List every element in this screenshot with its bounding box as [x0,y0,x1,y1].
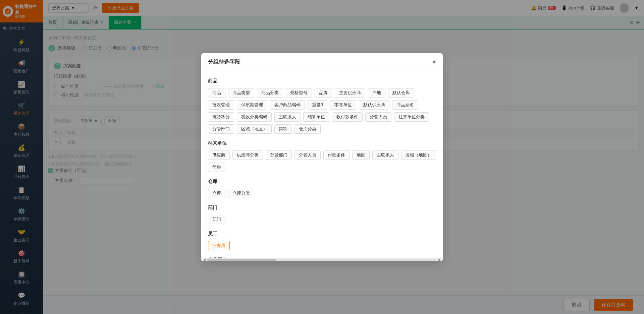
section-title-staff: 员工 [208,231,436,237]
field-chip-default-warehouse[interactable]: 默认仓库 [388,88,414,98]
field-chip-payment-terms[interactable]: 收付款条件 [332,112,363,122]
field-section-partner: 往来单位 供应商 供应商分类 分管部门 分管人员 付款条件 地区 主联系人 区域… [208,140,436,172]
modal-header: 分组待选字段 × [201,53,443,71]
field-list-department: 部门 [208,215,436,224]
field-chip-pick-score[interactable]: 拣货积分 [208,112,234,122]
field-chip-main-contact-p[interactable]: 主联系人 [372,150,398,160]
field-chip-alias[interactable]: 商品别名 [392,100,418,110]
field-chip-expiry-mgmt[interactable]: 保质期管理 [237,100,267,110]
field-chip-salesperson[interactable]: 业务员 [208,241,230,250]
field-chip-dept-p[interactable]: 分管部门 [266,150,292,160]
field-chip-short-name-p[interactable]: 简称 [208,163,225,172]
field-chip-short-name[interactable]: 简称 [274,124,292,134]
field-section-warehouse: 仓库 仓库 仓库分类 [208,179,436,198]
modal-overlay: 分组待选字段 × 商品 商品 商品类型 商品分类 规格型号 品牌 主要供应商 产… [0,0,644,314]
field-chip-origin[interactable]: 产地 [368,88,385,98]
scroll-right-btn[interactable]: ▶ [438,257,441,262]
field-section-staff: 员工 业务员 [208,231,436,250]
field-chip-tax-code[interactable]: 税收分类编码 [237,112,272,122]
field-list-warehouse: 仓库 仓库分类 [208,189,436,198]
field-chip-settlement-unit[interactable]: 结算单位 [303,112,329,122]
field-chip-region-area[interactable]: 区域（地区） [401,150,436,160]
modal-horizontal-scrollbar[interactable]: ◀ ▶ [201,258,443,261]
field-chip-warehouse-category[interactable]: 仓库分类 [294,124,321,134]
field-chip-partner-category[interactable]: 往来单位分类 [394,112,429,122]
field-section-product: 商品 商品 商品类型 商品分类 规格型号 品牌 主要供应商 产地 默认仓库 批次… [208,78,436,134]
field-chip-dept[interactable]: 分管部门 [208,124,234,134]
field-chip-payment-terms-p[interactable]: 付款条件 [323,150,350,160]
field-chip-brand[interactable]: 品牌 [315,88,332,98]
field-chip-customer-code[interactable]: 客户商品编码 [270,100,305,110]
field-chip-product-category[interactable]: 商品分类 [257,88,283,98]
field-list-partner: 供应商 供应商分类 分管部门 分管人员 付款条件 地区 主联系人 区域（地区） … [208,150,436,172]
field-chip-region-p[interactable]: 地区 [352,150,370,160]
field-select-modal: 分组待选字段 × 商品 商品 商品类型 商品分类 规格型号 品牌 主要供应商 产… [201,53,443,261]
field-chip-retail-unit[interactable]: 零售单位 [330,100,356,110]
field-chip-weight[interactable]: 重量3 [308,100,327,110]
field-chip-supplier-category[interactable]: 供应商分类 [232,150,263,160]
field-chip-supplier[interactable]: 供应商 [208,150,230,160]
hscroll-thumb[interactable] [207,259,276,261]
field-chip-product-type[interactable]: 商品类型 [228,88,254,98]
scroll-left-btn[interactable]: ◀ [203,257,206,262]
section-title-department: 部门 [208,205,436,211]
field-chip-default-supplier[interactable]: 默认供应商 [359,100,389,110]
field-chip-warehouse-cat[interactable]: 仓库分类 [228,189,254,198]
field-chip-batch-mgmt[interactable]: 批次管理 [208,100,234,110]
field-section-department: 部门 部门 [208,205,436,224]
section-title-warehouse: 仓库 [208,179,436,185]
modal-close-button[interactable]: × [432,59,436,66]
field-chip-manager-p[interactable]: 分管人员 [294,150,321,160]
modal-body[interactable]: 商品 商品 商品类型 商品分类 规格型号 品牌 主要供应商 产地 默认仓库 批次… [201,71,443,258]
field-chip-warehouse-w[interactable]: 仓库 [208,189,225,198]
section-title-partner: 往来单位 [208,140,436,146]
section-title-product: 商品 [208,78,436,84]
field-chip-manager[interactable]: 分管人员 [365,112,391,122]
field-list-staff: 业务员 [208,241,436,250]
field-chip-region[interactable]: 区域（地区） [237,124,272,134]
field-chip-spec-model[interactable]: 规格型号 [286,88,312,98]
field-chip-main-contact[interactable]: 主联系人 [274,112,301,122]
field-chip-department[interactable]: 部门 [208,215,225,224]
field-chip-main-supplier[interactable]: 主要供应商 [335,88,365,98]
field-list-product: 商品 商品类型 商品分类 规格型号 品牌 主要供应商 产地 默认仓库 批次管理 … [208,88,436,134]
field-chip-product[interactable]: 商品 [208,88,225,98]
modal-title: 分组待选字段 [208,59,240,66]
